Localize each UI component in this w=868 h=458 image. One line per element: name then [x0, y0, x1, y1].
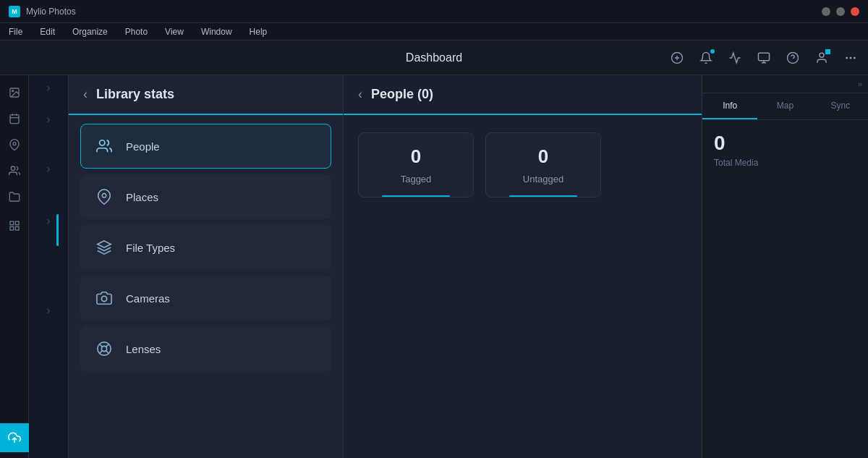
library-panel-title: Library stats [96, 87, 174, 102]
sidebar-photos-icon[interactable] [3, 81, 26, 104]
minimize-button[interactable]: — [822, 7, 830, 16]
right-panel-info-content: 0 Total Media [702, 120, 868, 179]
untagged-label: Untagged [523, 174, 563, 185]
people-stats-content: 0 Tagged 0 Untagged [344, 115, 702, 458]
svg-marker-27 [98, 241, 111, 247]
filetypes-icon [94, 237, 114, 258]
untagged-count: 0 [538, 145, 548, 168]
lenses-icon [94, 339, 114, 359]
library-item-places[interactable]: Places [80, 174, 331, 219]
right-panel-tabs: Info Map Sync [702, 93, 868, 120]
sidebar-grid-icon[interactable] [3, 214, 26, 237]
svg-point-9 [850, 57, 851, 59]
sidebar-expand-5[interactable] [41, 304, 56, 318]
cameras-icon [94, 288, 114, 308]
library-items-list: People Places [69, 115, 343, 458]
tab-sync[interactable]: Sync [813, 93, 868, 119]
tagged-label: Tagged [401, 174, 432, 185]
window-controls: — □ ✕ [822, 7, 859, 16]
svg-line-33 [106, 344, 109, 347]
menu-photo[interactable]: Photo [122, 25, 150, 38]
devices-icon[interactable] [755, 49, 773, 67]
sidebar-expand-4[interactable] [41, 214, 56, 229]
menu-file[interactable]: File [6, 25, 25, 38]
title-bar: M Mylio Photos — □ ✕ [0, 0, 868, 23]
tagged-count: 0 [411, 145, 421, 168]
svg-point-10 [854, 57, 856, 59]
menu-bar: File Edit Organize Photo View Window Hel… [0, 23, 868, 41]
sidebar-expand-1[interactable] [41, 81, 56, 96]
library-item-cameras-label: Cameras [126, 292, 170, 305]
right-panel-collapse: » [702, 75, 868, 93]
svg-rect-20 [10, 221, 14, 225]
notifications-icon[interactable] [697, 49, 715, 67]
people-panel: ‹ People (0) 0 Tagged 0 Untagged [344, 75, 702, 458]
activity-icon[interactable] [726, 49, 744, 67]
menu-organize[interactable]: Organize [69, 25, 111, 38]
library-item-people[interactable]: People [80, 124, 331, 169]
library-panel: ‹ Library stats People [69, 75, 344, 458]
people-back-button[interactable]: ‹ [358, 87, 362, 102]
sidebar-location-icon[interactable] [3, 133, 26, 156]
svg-point-13 [12, 90, 13, 92]
tab-info[interactable]: Info [702, 93, 757, 119]
people-panel-header: ‹ People (0) [344, 75, 702, 115]
svg-rect-14 [10, 115, 19, 124]
collapse-right-panel-button[interactable]: » [858, 80, 862, 88]
menu-window[interactable]: Window [198, 25, 235, 38]
svg-point-26 [102, 193, 106, 198]
sidebar-expand-2[interactable] [41, 113, 56, 127]
library-panel-header: ‹ Library stats [69, 75, 343, 115]
account-icon[interactable] [813, 49, 830, 67]
library-item-filetypes[interactable]: File Types [80, 225, 331, 270]
secondary-sidebar [29, 75, 69, 458]
sidebar-active-indicator [56, 214, 59, 246]
svg-point-30 [101, 346, 106, 351]
untagged-stat-card: 0 Untagged [485, 132, 601, 198]
library-item-filetypes-label: File Types [126, 242, 175, 254]
tab-map[interactable]: Map [757, 93, 812, 119]
svg-rect-23 [10, 226, 14, 230]
library-back-button[interactable]: ‹ [83, 87, 88, 102]
tagged-stat-card: 0 Tagged [358, 132, 474, 198]
library-item-lenses-label: Lenses [126, 343, 161, 355]
menu-view[interactable]: View [162, 25, 187, 38]
svg-point-25 [100, 140, 105, 145]
svg-point-28 [101, 296, 106, 301]
library-item-lenses[interactable]: Lenses [80, 326, 331, 371]
menu-edit[interactable]: Edit [37, 25, 58, 38]
svg-line-32 [106, 351, 109, 354]
sidebar-cloud-icon[interactable] [0, 423, 29, 452]
main-layout: ‹ Library stats People [0, 75, 868, 458]
people-panel-title: People (0) [371, 87, 433, 102]
sidebar-expand-3[interactable] [41, 162, 56, 177]
menu-help[interactable]: Help [247, 25, 271, 38]
places-icon [94, 187, 114, 207]
sidebar-people-icon[interactable] [3, 159, 26, 182]
svg-point-19 [11, 166, 14, 170]
total-media-number: 0 [714, 132, 856, 155]
library-item-cameras[interactable]: Cameras [80, 276, 331, 321]
left-sidebars [0, 75, 69, 458]
svg-rect-22 [15, 226, 19, 230]
svg-rect-21 [15, 221, 19, 225]
right-panel: » Info Map Sync 0 Total Media [702, 75, 868, 458]
sidebar-calendar-icon[interactable] [3, 107, 26, 130]
close-button[interactable]: ✕ [851, 7, 859, 16]
header-title: Dashboard [406, 51, 462, 64]
library-item-places-label: Places [126, 191, 158, 203]
svg-line-31 [100, 344, 103, 347]
more-icon[interactable] [842, 49, 859, 67]
help-icon[interactable] [784, 49, 801, 67]
svg-point-8 [820, 53, 824, 57]
people-icon [94, 136, 114, 156]
add-icon[interactable] [668, 49, 686, 67]
maximize-button[interactable]: □ [836, 7, 845, 16]
header-actions [668, 49, 859, 67]
svg-rect-3 [759, 53, 770, 61]
svg-point-11 [846, 57, 848, 59]
library-item-people-label: People [126, 140, 160, 153]
app-icon: M [9, 6, 20, 17]
sidebar-albums-icon[interactable] [3, 185, 26, 208]
svg-line-34 [100, 351, 103, 354]
